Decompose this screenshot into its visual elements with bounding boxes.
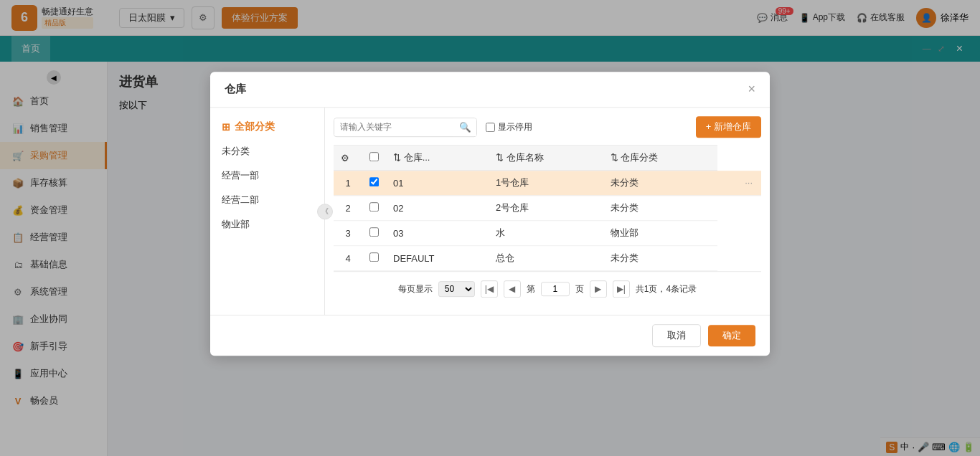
- category-sidebar: ⊞ 全部分类 未分类 经营一部 经营二部 物业部 《: [210, 108, 325, 315]
- row-code: 01: [386, 171, 489, 196]
- total-label: 共1页，4条记录: [636, 283, 697, 295]
- col-settings: ⚙: [334, 146, 362, 171]
- last-page-button[interactable]: ▶|: [613, 280, 630, 298]
- row-code: 02: [386, 196, 489, 221]
- table-area: 🔍 显示停用 + 新增仓库 ⚙ ⇅ 仓库..: [325, 108, 770, 315]
- table-row[interactable]: 4 DEFAULT 总仓 未分类: [334, 246, 761, 271]
- row-code: 03: [386, 221, 489, 246]
- row-name: 2号仓库: [489, 196, 603, 221]
- new-warehouse-button[interactable]: + 新增仓库: [696, 116, 761, 138]
- category-item-2[interactable]: 经营二部: [210, 188, 324, 212]
- row-num: 4: [334, 246, 362, 271]
- search-box: 🔍: [334, 118, 477, 137]
- row-name: 水: [489, 221, 603, 246]
- search-input[interactable]: [334, 118, 453, 136]
- category-item-0[interactable]: 未分类: [210, 139, 324, 163]
- modal-header: 仓库 ×: [210, 72, 770, 108]
- category-all[interactable]: ⊞ 全部分类: [210, 115, 324, 139]
- row-category: 未分类: [603, 196, 718, 221]
- row-checkbox[interactable]: [369, 202, 379, 212]
- row-check: [362, 246, 386, 271]
- col-category: ⇅ 仓库分类: [603, 146, 718, 171]
- row-name: 1号仓库: [489, 171, 603, 196]
- first-page-button[interactable]: |◀: [481, 280, 498, 298]
- prev-page-button[interactable]: ◀: [504, 280, 521, 298]
- cancel-button[interactable]: 取消: [652, 324, 701, 347]
- search-button[interactable]: 🔍: [453, 118, 477, 136]
- category-collapse-button[interactable]: 《: [317, 204, 333, 219]
- per-page-label: 每页显示: [398, 283, 433, 295]
- warehouse-table: ⚙ ⇅ 仓库... ⇅ 仓库名称 ⇅ 仓库分类: [334, 145, 761, 271]
- table-body: 1 01 1号仓库 未分类 ··· 2 02 2号仓库 未分类 3 03 水 物…: [334, 171, 761, 271]
- row-num: 1: [334, 171, 362, 196]
- row-name: 总仓: [489, 246, 603, 271]
- modal-close-button[interactable]: ×: [748, 82, 755, 97]
- row-category: 未分类: [603, 246, 718, 271]
- row-checkbox[interactable]: [369, 177, 379, 186]
- col-name: ⇅ 仓库名称: [489, 146, 603, 171]
- row-check: [362, 196, 386, 221]
- table-row[interactable]: 2 02 2号仓库 未分类: [334, 196, 761, 221]
- row-code: DEFAULT: [386, 246, 489, 271]
- row-category: 物业部: [603, 221, 718, 246]
- table-row[interactable]: 1 01 1号仓库 未分类 ···: [334, 171, 761, 196]
- row-checkbox[interactable]: [369, 227, 379, 237]
- row-num: 3: [334, 221, 362, 246]
- confirm-button[interactable]: 确定: [708, 325, 755, 346]
- page-label-pre: 第: [527, 283, 535, 295]
- row-actions[interactable]: ···: [717, 171, 761, 196]
- per-page-select[interactable]: 50 100 200: [438, 281, 475, 297]
- row-check: [362, 221, 386, 246]
- show-disabled-checkbox[interactable]: [486, 123, 495, 132]
- modal-body: ⊞ 全部分类 未分类 经营一部 经营二部 物业部 《: [210, 108, 770, 315]
- row-check: [362, 171, 386, 196]
- table-header: ⚙ ⇅ 仓库... ⇅ 仓库名称 ⇅ 仓库分类: [334, 146, 761, 171]
- modal-footer: 取消 确定: [210, 315, 770, 356]
- show-disabled-label[interactable]: 显示停用: [486, 121, 532, 133]
- warehouse-modal: 仓库 × ⊞ 全部分类 未分类 经营一部 经营二部 物业部 《: [210, 72, 770, 356]
- pagination: 每页显示 50 100 200 |◀ ◀ 第 页 ▶ ▶| 共1页，4条记录: [334, 271, 761, 306]
- row-category: 未分类: [603, 171, 718, 196]
- row-checkbox[interactable]: [369, 252, 379, 262]
- modal-title: 仓库: [225, 82, 246, 96]
- page-number-input[interactable]: [541, 282, 570, 296]
- select-all-checkbox[interactable]: [369, 152, 379, 161]
- category-item-1[interactable]: 经营一部: [210, 163, 324, 188]
- page-label-post: 页: [575, 283, 584, 295]
- table-row[interactable]: 3 03 水 物业部: [334, 221, 761, 246]
- next-page-button[interactable]: ▶: [590, 280, 607, 298]
- row-num: 2: [334, 196, 362, 221]
- col-code: ⇅ 仓库...: [386, 146, 489, 171]
- col-check: [362, 146, 386, 171]
- category-item-3[interactable]: 物业部: [210, 212, 324, 237]
- table-toolbar: 🔍 显示停用 + 新增仓库: [334, 116, 761, 138]
- grid-icon: ⊞: [222, 121, 230, 133]
